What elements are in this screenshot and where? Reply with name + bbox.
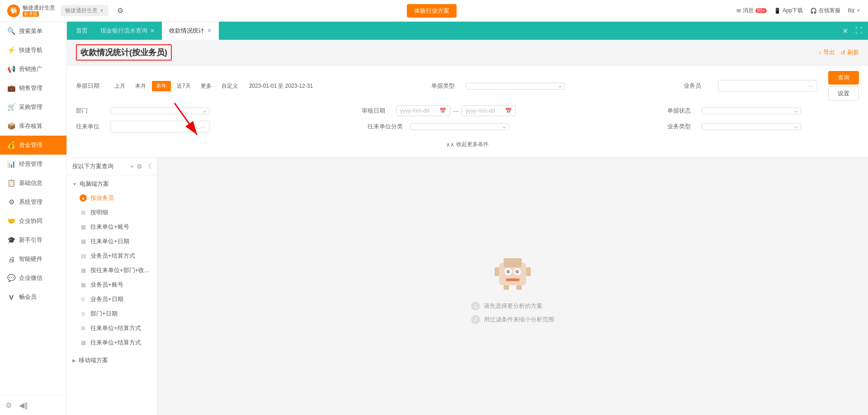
refresh-icon: ↺	[840, 49, 845, 56]
scheme-table-icon5: ▦	[80, 339, 87, 346]
sidebar-item-weixin[interactable]: 💬 企业微信	[0, 269, 66, 288]
sidebar-item-quick-nav[interactable]: ⚡ 快捷导航	[0, 41, 66, 60]
scheme-group-desktop: ▼ 电脑端方案 ● 按业务员 ⊞ 按明细	[67, 175, 157, 352]
tab-cash-bank-close[interactable]: ✕	[150, 28, 155, 34]
biz-type-chevron	[794, 125, 797, 128]
collapse-icon: ∧∧	[446, 141, 454, 148]
salesman-select[interactable]: ···	[718, 80, 817, 92]
group-arrow-right: ▶	[72, 358, 76, 363]
doc-status-select[interactable]	[702, 108, 801, 114]
nav-text: 畅捷通好生意	[65, 7, 98, 14]
review-date-end[interactable]: yyyy-mm-dd 📅	[462, 105, 516, 116]
scheme-item-salesman-account[interactable]: ▦ 业务员+账号	[67, 278, 157, 292]
sidebar-item-hardware[interactable]: 🖨 智能硬件	[0, 250, 66, 269]
refresh-button[interactable]: ↺ 刷新	[840, 48, 859, 57]
settings-icon[interactable]: ⚙	[114, 5, 127, 17]
tab-expand-icon[interactable]: ⛶	[854, 25, 864, 37]
sidebar-item-inventory[interactable]: 📦 库存核算	[0, 117, 66, 136]
scheme-settings-icon[interactable]: ⚙	[137, 163, 142, 170]
tab-collection-close[interactable]: ✕	[207, 28, 212, 34]
sidebar-item-member[interactable]: V 畅会员	[0, 288, 66, 307]
partner-input-group: ···	[110, 121, 210, 132]
query-button[interactable]: 查询	[828, 71, 859, 85]
sidebar-item-purchase[interactable]: 🛒 采购管理	[0, 98, 66, 117]
app-download-button[interactable]: 📱 App下载	[774, 7, 803, 14]
sidebar-item-sales[interactable]: 💼 销售管理	[0, 79, 66, 98]
scheme-group-desktop-title[interactable]: ▼ 电脑端方案	[67, 177, 157, 191]
page-title: 收款情况统计(按业务员)	[80, 48, 167, 57]
scheme-collapse-icon[interactable]: 《	[145, 162, 151, 170]
nav-dropdown[interactable]: 畅捷通好生意 ▼	[61, 5, 108, 16]
partner-select[interactable]: ···	[110, 121, 210, 132]
tab-collection-stats[interactable]: 收款情况统计 ✕	[162, 22, 219, 40]
quick-nav-icon: ⚡	[7, 46, 15, 54]
tip-number-2: 2	[471, 315, 480, 324]
salesman-input-group: ···	[718, 80, 817, 92]
group-arrow-down: ▼	[72, 182, 77, 187]
date-btn-last-month[interactable]: 上月	[110, 81, 129, 91]
empty-tip-1: 1 请先选择要分析的方案	[471, 302, 554, 311]
tab-home[interactable]: 首页	[71, 22, 93, 40]
system-icon: ⚙	[7, 198, 15, 206]
sidebar-settings-icon[interactable]: ⚙	[4, 399, 14, 411]
sidebar-item-newbie[interactable]: 🎓 新手引导	[0, 231, 66, 250]
message-badge: 99+	[755, 8, 767, 13]
message-button[interactable]: ✉ 消息 99+	[736, 7, 767, 14]
filter-row-dept: 部门 审核日期 yyyy-mm-dd 📅 —	[76, 105, 859, 116]
scheme-item-partner-date[interactable]: ▦ 往来单位+日期	[67, 234, 157, 249]
date-btn-custom[interactable]: 自定义	[217, 81, 242, 91]
dept-select[interactable]	[110, 108, 210, 114]
sidebar-item-corp-collab[interactable]: 🤝 企业协同	[0, 212, 66, 231]
sidebar-collapse-icon[interactable]: ◀‖	[17, 399, 30, 411]
salesman-label: 业务员	[684, 82, 711, 90]
sidebar-item-search[interactable]: 🔍 搜索菜单	[0, 22, 66, 41]
tab-close-all-icon[interactable]: ✕	[840, 25, 850, 37]
scheme-item-detail[interactable]: ⊞ 按明细	[67, 205, 157, 220]
scheme-item-partner-payment1[interactable]: ⊞ 往来单位+结算方式	[67, 321, 157, 335]
sidebar-item-operations[interactable]: 📊 经营管理	[0, 155, 66, 174]
tab-cash-bank[interactable]: 现金银行流水查询 ✕	[93, 22, 162, 40]
date-label: 单据日期	[76, 82, 103, 90]
collapse-button[interactable]: ∧∧ 收起更多条件	[443, 137, 492, 152]
dept-chevron	[203, 109, 206, 112]
sidebar-item-system[interactable]: ⚙ 系统管理	[0, 193, 66, 212]
scheme-group-mobile-title[interactable]: ▶ 移动端方案	[67, 354, 157, 367]
sidebar-item-finance[interactable]: 💰 资金管理	[0, 136, 66, 155]
date-btn-this-year[interactable]: 本年	[152, 81, 171, 91]
sidebar-item-marketing[interactable]: 📢 营销推广	[0, 60, 66, 79]
scheme-item-dept-date[interactable]: ⊙ 部门+日期	[67, 307, 157, 321]
scheme-item-salesman-payment[interactable]: ▤ 业务员+结算方式	[67, 249, 157, 263]
hardware-icon: 🖨	[7, 255, 15, 263]
scheme-clock-icon2: ⊙	[80, 310, 87, 317]
doc-status-chevron	[794, 109, 797, 112]
scheme-chart-icon: ▤	[80, 252, 87, 259]
sidebar-item-basic-info[interactable]: 📋 基础信息	[0, 174, 66, 193]
scheme-item-by-salesman[interactable]: ● 按业务员	[67, 191, 157, 205]
partner-category-select[interactable]	[410, 123, 509, 130]
content-area: 首页 现金银行流水查询 ✕ 收款情况统计 ✕ ✕ ⛶	[67, 22, 868, 415]
filter-settings-button[interactable]: 设置	[828, 86, 859, 101]
type-select[interactable]	[466, 83, 565, 90]
svg-rect-6	[506, 278, 519, 281]
online-service-button[interactable]: 🎧 在线客服	[810, 7, 840, 14]
date-btn-more[interactable]: 更多	[197, 81, 216, 91]
biz-type-select[interactable]	[702, 123, 801, 130]
scheme-item-partner-dept[interactable]: ▦ 按往来单位+部门+收...	[67, 263, 157, 278]
sidebar-bottom: ⚙ ◀‖	[0, 395, 66, 415]
scheme-item-partner-account[interactable]: ▦ 往来单位+账号	[67, 220, 157, 234]
export-button[interactable]: ↑ 导出	[819, 48, 835, 57]
scheme-item-partner-payment2[interactable]: ▦ 往来单位+结算方式	[67, 335, 157, 350]
user-button[interactable]: Rit ▼	[848, 8, 861, 14]
message-icon: ✉	[736, 8, 741, 14]
sales-icon: 💼	[7, 84, 15, 92]
member-icon: V	[7, 293, 15, 301]
scheme-item-salesman-date[interactable]: ⊙ 业务员+日期	[67, 292, 157, 307]
review-date-start[interactable]: yyyy-mm-dd 📅	[396, 105, 450, 116]
trial-button[interactable]: 体验行业方案	[407, 4, 457, 18]
scheme-add-icon[interactable]: +	[130, 163, 134, 170]
date-btn-this-month[interactable]: 本月	[131, 81, 150, 91]
query-actions: 查询 设置	[828, 71, 859, 101]
date-btn-7days[interactable]: 近7天	[173, 81, 195, 91]
data-area: 1 请先选择要分析的方案 2 用过滤条件来缩小分析范围	[157, 158, 868, 415]
type-label: 单据类型	[431, 82, 458, 90]
